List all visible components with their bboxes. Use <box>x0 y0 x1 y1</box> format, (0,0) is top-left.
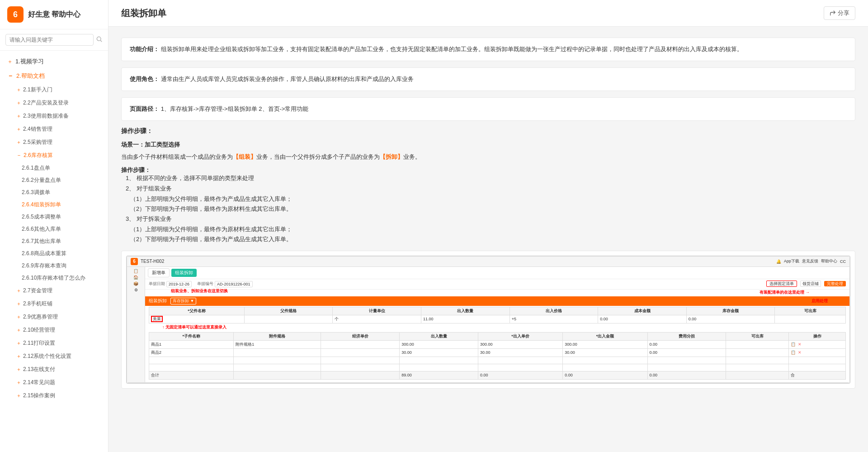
sidebar-item-sales[interactable]: ＋ 2.4销售管理 <box>9 123 108 136</box>
sidebar-item-partial-stocktake[interactable]: 2.6.2分量盘点单 <box>14 174 108 186</box>
plus-icon: ＋ <box>16 287 21 294</box>
svg-point-0 <box>97 37 101 41</box>
path-intro-box: 页面路径： 1、库存核算->库存管理->组装拆卸单 2、首页->常用功能 <box>121 97 855 121</box>
mock-annotation-row: 有装配清单的在这里处理 → <box>145 290 849 295</box>
sidebar-item-cost-adjust[interactable]: 2.6.5成本调整单 <box>14 211 108 223</box>
empty-4-1 <box>149 364 234 371</box>
step-1: 1、 根据不同的业务，选择不同单据的类型来处理 <box>121 174 855 182</box>
sub-table-header-row: *子件名称 附件规格 经济单价 出入数量 *出入单价 *出入金额 费用分担 <box>149 332 846 340</box>
sidebar-item-inventory[interactable]: － 2.6库存核算 <box>9 149 108 162</box>
sub-th-spec: 附件规格 <box>234 332 321 340</box>
mock-nav-icon4: ⚙ <box>134 288 138 292</box>
table-row: 商品2 30.00 30.00 30.00 0.00 <box>149 348 846 357</box>
feature-intro-box: 功能介绍： 组装拆卸单用来处理企业组装或拆卸等加工业务，支持有固定装配清单的产品… <box>121 38 855 61</box>
th-qty: 出入数量 <box>421 307 510 315</box>
sidebar-item-management[interactable]: ＋ 2.10经营管理 <box>9 324 108 337</box>
sidebar-item-other-inbound[interactable]: 2.6.6其他入库单 <box>14 223 108 235</box>
path-text: 1、库存核算->库存管理->组装拆卸单 2、首页->常用功能 <box>161 105 309 112</box>
sidebar-item-cost-recalc[interactable]: 2.6.8商品成本重算 <box>14 247 108 260</box>
sub-td-name-2: 商品2 <box>149 348 234 357</box>
sidebar-item-mobile[interactable]: ＋ 2.8手机旺铺 <box>9 297 108 310</box>
sidebar-item-ledger-error[interactable]: 2.6.10库存账本错了怎么办 <box>14 272 108 284</box>
sidebar-item-faq[interactable]: ＋ 2.14常见问题 <box>9 376 108 389</box>
table-row <box>149 357 846 364</box>
sidebar-item-finance[interactable]: ＋ 2.7资金管理 <box>9 284 108 297</box>
scenario-title: 场景一：加工类型选择 <box>121 141 855 149</box>
sidebar-item-install[interactable]: ＋ 2.2产品安装及登录 <box>9 96 108 109</box>
sidebar-item-cases[interactable]: ＋ 2.15操作案例 <box>9 389 108 402</box>
plus-icon: ＋ <box>16 300 21 307</box>
sidebar-nav: ＋ 1.视频学习 － 2.帮助文档 ＋ 2.1新手入门 ＋ 2.2产品安装及登录 <box>0 51 108 452</box>
mock-id-label: 单据编号 <box>197 281 213 287</box>
plus-icon: ＋ <box>16 353 21 360</box>
mock-type-select: 库存拆卸 ▼ 组装业务、拆卸业务在这里切换 <box>170 298 196 305</box>
sub-td-amt-1: 300.00 <box>563 340 647 348</box>
sidebar-item-help-docs[interactable]: － 2.帮助文档 <box>0 69 108 83</box>
svg-line-1 <box>100 40 102 42</box>
sidebar-item-newbie[interactable]: ＋ 2.1新手入门 <box>9 83 108 96</box>
mock-orange-bar: 组装拆卸 库存拆卸 ▼ 组装业务、拆卸业务在这里切换 启用处理 <box>145 296 849 306</box>
sidebar-item-payment[interactable]: ＋ 2.13在线支付 <box>9 363 108 376</box>
sidebar-item-stocktake[interactable]: 2.6.1盘点单 <box>14 162 108 174</box>
td-unit: 个 <box>333 315 421 323</box>
scenario-1: 场景一：加工类型选择 当由多个子件材料组装成一个成品的业务为【组装】业务，当由一… <box>121 141 855 243</box>
sidebar-item-data-prep[interactable]: ＋ 2.3使用前数据准备 <box>9 109 108 123</box>
search-icon <box>96 36 103 43</box>
sub-th-amount: *出入金额 <box>563 332 647 340</box>
nav-section-2: － 2.帮助文档 ＋ 2.1新手入门 ＋ 2.2产品安装及登录 ＋ 2.3使用前… <box>0 69 108 402</box>
item-label: 2.4销售管理 <box>23 125 52 133</box>
mock-date-val: 2019-12-26 <box>166 281 192 287</box>
main-content: 功能介绍： 组装拆卸单用来处理企业组装或拆卸等加工业务，支持有固定装配清单的产品… <box>108 27 868 452</box>
plus-icon: ＋ <box>16 327 21 333</box>
mock-topbar: 6 TEST-H002 🔔 App下载 意见反馈 帮助中心 CC <box>127 257 849 267</box>
empty-4-5 <box>478 364 562 371</box>
page-header: 组装拆卸单 分享 <box>108 0 868 27</box>
th-price: 出入价格 <box>509 307 598 315</box>
sidebar-item-assembly[interactable]: 2.6.4组装拆卸单 <box>14 199 108 211</box>
section-2-6-children: 2.6.1盘点单 2.6.2分量盘点单 2.6.3调拨单 2.6.4组装拆卸单 … <box>9 162 108 284</box>
td-price: +5 <box>509 315 598 323</box>
minus-icon: － <box>16 152 22 159</box>
sub-td-op-1: 📋 ✕ <box>789 340 846 348</box>
footer-total: 合计 <box>149 371 234 379</box>
mock-date-label: 单据日期 <box>149 281 165 287</box>
delete-icon-2: ✕ <box>798 350 802 355</box>
sub-td-qty-2: 30.00 <box>400 348 478 357</box>
mock-nav-icon2: 🏠 <box>133 275 138 280</box>
footer-total-p: 0.00 <box>478 371 562 379</box>
footer-empty-8 <box>726 371 789 379</box>
role-intro-box: 使用角色： 通常由生产人员或库管人员完成拆装业务的操作，库管人员确认原材料的出库… <box>121 67 855 91</box>
sub-td-avail-2 <box>726 348 789 357</box>
mock-orange-label: 组装拆卸 <box>149 298 167 304</box>
sub-td-amt-2: 30.00 <box>563 348 647 357</box>
mock-parent-thead: *父件名称 父件规格 计量单位 出入数量 出入价格 成本金额 库存金额 <box>149 307 846 315</box>
share-button[interactable]: 分享 <box>824 6 855 20</box>
plus-icon: ＋ <box>16 392 21 399</box>
sidebar-item-print[interactable]: ＋ 2.11打印设置 <box>9 337 108 350</box>
sidebar-item-video[interactable]: ＋ 1.视频学习 <box>0 54 108 69</box>
mock-ann-nolist-row: ↑ 无固定清单可以通过这里直接录入 <box>149 324 846 330</box>
mock-ann-custom: 启用处理 <box>811 298 828 304</box>
step-3-sub-1: （1）上部明细为父件明细，最终作为原材料生成其它出库单； <box>121 225 855 233</box>
table-footer-row: 合计 89.00 0.00 0.00 0.00 <box>149 371 846 379</box>
plus-icon: ＋ <box>16 86 21 93</box>
search-button[interactable] <box>96 36 103 44</box>
plus-icon: ＋ <box>16 126 21 133</box>
sidebar-item-personalize[interactable]: ＋ 2.12系统个性化设置 <box>9 350 108 363</box>
footer-empty-2 <box>234 371 321 379</box>
sidebar-item-transfer[interactable]: 2.6.3调拨单 <box>14 186 108 199</box>
mock-verify-btn: 领货店铺 <box>800 281 821 287</box>
sidebar-item-purchase[interactable]: ＋ 2.5采购管理 <box>9 136 108 149</box>
mock-tab-new: 新增单 <box>148 268 170 277</box>
sidebar-item-inventory-ledger[interactable]: 2.6.9库存账本查询 <box>14 260 108 272</box>
mock-help: App下载 <box>784 258 799 264</box>
sidebar-item-other-outbound[interactable]: 2.6.7其他出库单 <box>14 235 108 247</box>
sidebar-item-coupon[interactable]: ＋ 2.9优惠券管理 <box>9 310 108 324</box>
sub-td-price-1 <box>321 340 400 348</box>
item-label: 2.5采购管理 <box>23 138 52 146</box>
mock-annotation-area: 选择固定清单 领货店铺 完整处理 <box>766 281 846 287</box>
mock-nav: 📋 🏠 📦 ⚙ 新增单 组装拆卸 <box>127 267 849 383</box>
screenshot-mock: 6 TEST-H002 🔔 App下载 意见反馈 帮助中心 CC <box>126 256 850 384</box>
search-input[interactable] <box>5 34 94 46</box>
td-cost: 0.00 <box>598 315 687 323</box>
